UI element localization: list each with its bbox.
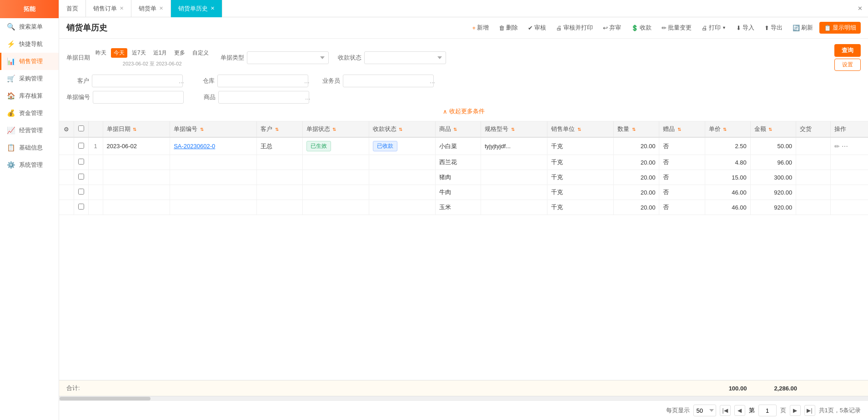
next-page-button[interactable]: ▶ [790, 405, 801, 416]
export-button[interactable]: ⬆ 导出 [761, 22, 786, 34]
batch-change-button[interactable]: ✏ 批量变更 [658, 22, 695, 34]
prev-page-button[interactable]: ◀ [734, 405, 745, 416]
collapse-button[interactable]: ∧ 收起更多条件 [66, 107, 861, 115]
col-collection-status-header[interactable]: 收款状态 ⇅ [369, 121, 435, 137]
row-checkbox-cell[interactable] [74, 170, 88, 185]
goods-dots-button[interactable]: ... [302, 94, 313, 101]
import-button[interactable]: ⬇ 导入 [733, 22, 758, 34]
row-sales-unit: 千克 [547, 200, 614, 215]
detail-icon: 📋 [824, 25, 831, 31]
edit-icon[interactable]: ✏ [834, 143, 840, 150]
col-unit-price-header[interactable]: 单价 ⇅ [705, 121, 750, 137]
date-tab-today[interactable]: 今天 [111, 48, 127, 58]
row-gift: 否 [659, 170, 705, 185]
row-doc-number [170, 170, 257, 185]
col-doc-number-header[interactable]: 单据编号 ⇅ [170, 121, 257, 137]
sidebar-item-search-menu[interactable]: 🔍 搜索菜单 [0, 18, 59, 35]
row-checkbox-cell[interactable] [74, 185, 88, 200]
col-gift-header[interactable]: 赠品 ⇅ [659, 121, 705, 137]
close-icon[interactable]: ✕ [159, 5, 163, 11]
sidebar-item-finance[interactable]: 💰 资金管理 [0, 105, 59, 122]
sidebar-item-label: 快捷导航 [19, 40, 43, 48]
horizontal-scrollbar[interactable] [59, 396, 868, 400]
close-icon[interactable]: ✕ [120, 5, 124, 11]
tab-sales-order[interactable]: 销售订单 ✕ [86, 0, 131, 17]
row-checkbox[interactable] [78, 174, 84, 180]
col-sales-unit-header[interactable]: 销售单位 ⇅ [547, 121, 614, 137]
customer-dots-button[interactable]: ... [176, 77, 187, 85]
date-tab-custom[interactable]: 自定义 [190, 48, 211, 58]
row-checkbox[interactable] [78, 159, 84, 165]
collection-status-badge: 已收款 [373, 141, 397, 151]
row-num-cell [88, 155, 103, 170]
print-button[interactable]: 🖨 打印 ▼ [698, 22, 730, 34]
more-icon[interactable]: ⋯ [842, 143, 848, 150]
warehouse-dots-button[interactable]: ... [301, 77, 312, 85]
sidebar-item-quick-nav[interactable]: ⚡ 快捷导航 [0, 35, 59, 53]
tab-home[interactable]: 首页 [59, 0, 86, 17]
sidebar-item-sys-mgmt[interactable]: ⚙️ 系统管理 [0, 156, 59, 174]
col-settings-header[interactable]: ⚙ [59, 121, 74, 137]
goods-input[interactable] [219, 93, 302, 102]
date-tab-yesterday[interactable]: 昨天 [93, 48, 109, 58]
scroll-thumb[interactable] [60, 397, 151, 400]
doc-number-input[interactable] [93, 91, 184, 104]
row-checkbox-cell[interactable] [74, 155, 88, 170]
customer-input[interactable] [92, 76, 176, 86]
row-checkbox[interactable] [78, 204, 84, 210]
col-amount-header[interactable]: 金额 ⇅ [750, 121, 796, 137]
tab-sales-history[interactable]: 销货单历史 ✕ [171, 0, 222, 17]
select-all-checkbox[interactable] [78, 125, 84, 131]
add-button[interactable]: + 新增 [468, 22, 492, 34]
tab-close-all-btn[interactable]: ✕ [852, 0, 868, 17]
sidebar-item-inventory[interactable]: 🏠 库存核算 [0, 87, 59, 105]
page-size-select[interactable]: 50 100 200 [693, 405, 716, 416]
abandon-button[interactable]: ↩ 弃审 [599, 22, 625, 34]
row-unit-price: 46.00 [705, 200, 750, 215]
col-goods-header[interactable]: 商品 ⇅ [435, 121, 481, 137]
collect-button[interactable]: 💲 收款 [627, 22, 655, 34]
date-tab-more[interactable]: 更多 [171, 48, 188, 58]
doc-number-link[interactable]: SA-20230602-0 [174, 143, 215, 150]
col-doc-date-header[interactable]: 单据日期 ⇅ [103, 121, 170, 137]
salesperson-dots-button[interactable]: ... [427, 77, 438, 85]
salesperson-input[interactable] [343, 76, 427, 86]
date-tab-1month[interactable]: 近1月 [151, 48, 170, 58]
audit-button[interactable]: ✔ 审核 [524, 22, 550, 34]
audit-print-button[interactable]: 🖨 审核并打印 [552, 22, 597, 34]
row-checkbox[interactable] [78, 189, 84, 195]
sidebar-item-basic-info[interactable]: 📋 基础信息 [0, 139, 59, 156]
filter-doc-number: 单据编号 [66, 91, 184, 104]
first-page-button[interactable]: |◀ [720, 405, 731, 416]
tab-sales-goods[interactable]: 销货单 ✕ [131, 0, 171, 17]
row-goods: 玉米 [435, 200, 481, 215]
page-number-input[interactable] [758, 405, 777, 416]
sidebar-item-purchase-mgmt[interactable]: 🛒 采购管理 [0, 70, 59, 87]
col-spec-header[interactable]: 规格型号 ⇅ [481, 121, 547, 137]
row-doc-number[interactable]: SA-20230602-0 [170, 137, 257, 155]
row-checkbox-cell[interactable] [74, 200, 88, 215]
delete-button[interactable]: 🗑 删除 [495, 22, 522, 34]
refresh-button[interactable]: 🔄 刷新 [789, 22, 817, 34]
sidebar-item-sales-mgmt[interactable]: 📊 销售管理 [0, 53, 59, 70]
row-checkbox-cell[interactable] [74, 137, 88, 155]
date-range-container: 昨天 今天 近7天 近1月 更多 自定义 2023-06-02 至 2023-0… [93, 48, 211, 67]
footer-total-amount: 2,286.00 [774, 385, 797, 392]
warehouse-input[interactable] [218, 76, 301, 86]
show-detail-button[interactable]: 📋 显示明细 [819, 22, 861, 34]
collection-status-select[interactable] [364, 51, 446, 64]
row-checkbox[interactable] [78, 143, 84, 149]
doc-type-select[interactable] [247, 51, 329, 64]
close-icon[interactable]: ✕ [211, 5, 215, 11]
settings-button[interactable]: 设置 [834, 59, 861, 71]
col-customer-header[interactable]: 客户 ⇅ [257, 121, 302, 137]
col-doc-status-header[interactable]: 单据状态 ⇅ [302, 121, 369, 137]
row-amount: 920.00 [750, 200, 796, 215]
col-checkbox-header[interactable] [74, 121, 88, 137]
last-page-button[interactable]: ▶| [804, 405, 815, 416]
query-button[interactable]: 查询 [834, 44, 861, 57]
table-row: 牛肉千克20.00否46.00920.00 [59, 185, 868, 200]
col-quantity-header[interactable]: 数量 ⇅ [614, 121, 659, 137]
date-tab-7days[interactable]: 近7天 [129, 48, 149, 58]
sidebar-item-operation[interactable]: 📈 经营管理 [0, 122, 59, 139]
